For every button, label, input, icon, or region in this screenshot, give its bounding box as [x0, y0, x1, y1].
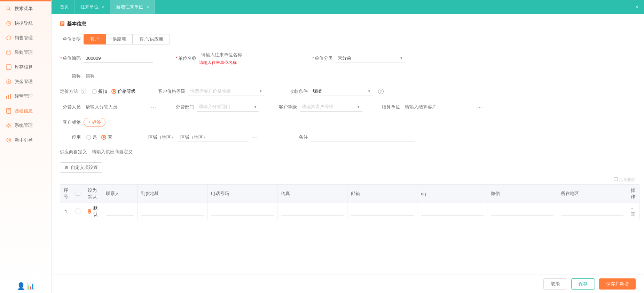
unit-type-customer-btn[interactable]: 客户	[84, 34, 106, 44]
bottom-action-bar: 取消 保存 保存并新增	[52, 275, 644, 293]
settlement-more-btn[interactable]: ···	[477, 104, 482, 110]
row-fax-input[interactable]	[281, 207, 344, 215]
abbreviation-field: 简称	[60, 72, 153, 80]
row-default-radio-circle	[88, 209, 91, 214]
customer-price-level-select[interactable]: 请选择客户价格等级 ▼	[188, 87, 265, 96]
department-field: 分管部门 请输入分管部门 ▼	[173, 102, 259, 112]
svg-rect-6	[7, 51, 11, 54]
row-region-input[interactable]	[561, 207, 623, 215]
purchase-icon	[6, 49, 12, 56]
unit-type-supplier-btn[interactable]: 供应商	[106, 34, 133, 44]
tab-home[interactable]: 首页	[54, 0, 75, 14]
department-select[interactable]: 请输入分管部门 ▼	[197, 102, 259, 112]
sidebar-item-sales[interactable]: 销售管理	[0, 31, 51, 45]
required-star-name: *	[176, 56, 178, 61]
radio-circle-no	[101, 135, 106, 140]
settlement-unit-input[interactable]	[403, 103, 472, 111]
unit-category-field: *单位分类 未分类 ▼	[312, 54, 405, 63]
row-phone-input[interactable]	[211, 207, 274, 215]
disabled-radio-group: 是 否	[86, 134, 112, 140]
payment-help-icon[interactable]: ?	[378, 89, 384, 94]
pricing-help-icon[interactable]: ?	[81, 89, 86, 94]
window-close-button[interactable]: ×	[633, 4, 641, 10]
section-icon	[60, 21, 65, 27]
sidebar-item-system[interactable]: 系统管理	[0, 118, 51, 133]
custom-settings-label: 自定义项设置	[71, 164, 98, 171]
supervisor-field: 分管人员 ···	[60, 103, 156, 111]
sidebar-item-guide[interactable]: 新手引导	[0, 133, 51, 147]
supplier-custom-input[interactable]	[90, 148, 173, 156]
chevron-down-icon: ▼	[400, 56, 403, 60]
unit-category-select[interactable]: 未分类 ▼	[336, 54, 405, 63]
th-email: 邮箱	[347, 185, 417, 203]
cancel-button[interactable]: 取消	[543, 278, 567, 290]
row-address-input[interactable]	[141, 207, 204, 215]
row-qq-input[interactable]	[421, 207, 484, 215]
tab-units-label: 往来单位	[80, 4, 99, 10]
supervisor-input[interactable]	[84, 103, 146, 111]
customer-tag-row: 客户标签 + 标签	[60, 118, 636, 127]
unit-type-both-btn[interactable]: 客户/供应商	[133, 34, 170, 44]
sidebar-item-inventory[interactable]: 库存核算	[0, 60, 51, 74]
inventory-icon	[6, 64, 12, 70]
svg-point-4	[8, 23, 9, 24]
th-no: 序号	[60, 185, 72, 203]
abbreviation-input[interactable]	[84, 72, 153, 80]
row-default-radio[interactable]: 默认	[88, 205, 99, 218]
sidebar-item-operations[interactable]: 经营管理	[0, 89, 51, 104]
svg-point-18	[8, 139, 10, 141]
sidebar-item-label: 快捷导航	[15, 20, 33, 26]
row-checkbox[interactable]	[76, 209, 80, 213]
svg-rect-27	[631, 212, 635, 215]
customer-level-select[interactable]: 请选择客户等级 ▼	[300, 102, 362, 112]
sidebar-item-finance[interactable]: 资金管理	[0, 74, 51, 89]
add-tag-button[interactable]: + 标签	[84, 118, 105, 127]
svg-rect-7	[6, 65, 11, 70]
tab-new-unit[interactable]: 新增往来单位 ×	[110, 0, 155, 14]
svg-rect-23	[614, 178, 618, 181]
unit-name-input-box: 请输入往来单位名称	[199, 51, 290, 66]
row-wechat-input[interactable]	[491, 207, 553, 215]
table-header: 序号 设为默认 联系人 到货地址 电话号码 传真 邮箱 qq 微信 所在地区 操…	[60, 185, 639, 203]
table-row: 1 默认	[60, 203, 639, 220]
pricing-radio-level[interactable]: 价格等级	[111, 88, 136, 95]
tab-units-close[interactable]: ×	[102, 5, 104, 9]
row-email-input[interactable]	[351, 207, 414, 215]
sidebar-item-basic-info[interactable]: 基础信息	[0, 104, 51, 118]
customer-level-placeholder: 请选择客户等级	[302, 104, 333, 110]
custom-settings-button[interactable]: ⚙ 自定义项设置	[60, 162, 102, 173]
batch-delete-label[interactable]: 批量删除	[619, 177, 636, 182]
sidebar-item-label: 基础信息	[15, 108, 33, 114]
sidebar-item-label: 资金管理	[15, 79, 33, 85]
payment-terms-select[interactable]: 现结 ▼	[311, 87, 373, 96]
row-region	[557, 203, 627, 220]
tab-new-unit-close[interactable]: ×	[147, 5, 149, 9]
svg-rect-10	[8, 95, 9, 99]
disabled-radio-yes[interactable]: 是	[86, 134, 97, 140]
disabled-radio-no[interactable]: 否	[101, 134, 112, 140]
row-wechat	[487, 203, 557, 220]
unit-name-input[interactable]	[199, 51, 290, 59]
sidebar-item-quick-nav[interactable]: 快捷导航	[0, 16, 51, 31]
th-address: 到货地址	[138, 185, 207, 203]
sidebar: 搜索菜单 快捷导航 销售管理 采购管理 库存核算 资金管理 经营	[0, 0, 52, 293]
sidebar-bottom: 👤 📊	[0, 279, 51, 293]
disabled-field: 停用 是 否	[60, 134, 112, 140]
home-icon	[6, 20, 12, 26]
tab-units[interactable]: 往来单位 ×	[75, 0, 110, 14]
supervisor-more-btn[interactable]: ···	[151, 104, 156, 110]
region-more-btn[interactable]: ···	[253, 135, 258, 140]
delete-row-button[interactable]	[631, 212, 635, 217]
sidebar-item-purchase[interactable]: 采购管理	[0, 45, 51, 60]
remark-input[interactable]	[311, 133, 415, 141]
unit-code-input[interactable]	[84, 54, 153, 63]
save-button[interactable]: 保存	[571, 278, 595, 290]
add-row-button[interactable]: +	[631, 206, 634, 211]
save-and-new-button[interactable]: 保存并新增	[599, 278, 636, 290]
row-contact-input[interactable]	[106, 207, 134, 215]
sidebar-item-search[interactable]: 搜索菜单	[0, 1, 51, 16]
header-checkbox[interactable]	[76, 191, 80, 196]
region-input[interactable]	[178, 133, 248, 141]
customer-price-level-placeholder: 请选择客户价格等级	[190, 88, 231, 94]
pricing-radio-discount[interactable]: 折扣	[92, 88, 107, 95]
